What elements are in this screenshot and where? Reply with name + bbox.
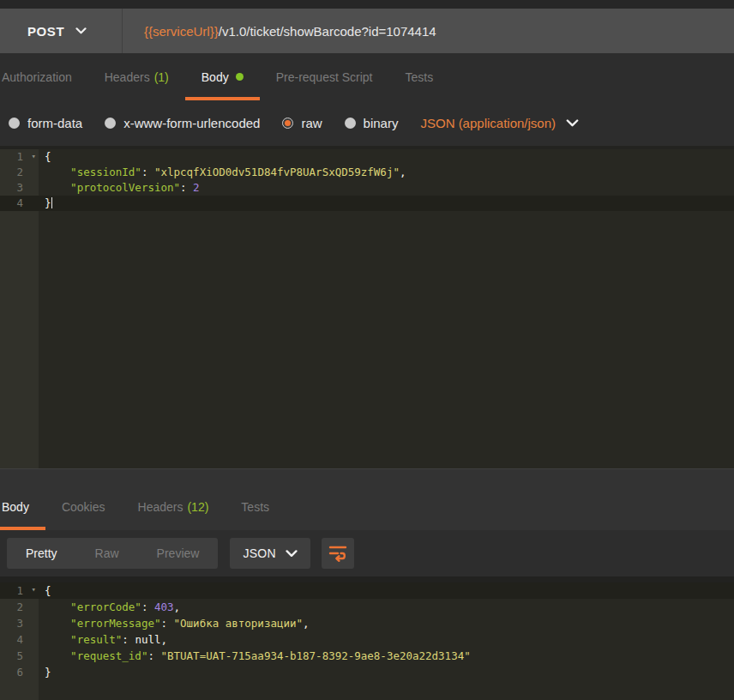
code-text: "errorCode": 403, — [39, 599, 734, 615]
tab-label: Body — [2, 500, 29, 514]
line-gutter: 2 — [0, 599, 39, 615]
body-mode-x-www-form-urlencoded[interactable]: x-www-form-urlencoded — [105, 116, 260, 130]
code-line[interactable]: 4} — [0, 196, 734, 211]
line-number: 2 — [0, 599, 23, 615]
code-line[interactable]: 4 "result": null, — [0, 631, 734, 648]
chevron-down-icon — [566, 119, 579, 127]
body-mode-form-data[interactable]: form-data — [9, 116, 82, 130]
line-gutter: 3 — [0, 615, 39, 631]
request-tabs: AuthorizationHeaders(1)BodyPre-request S… — [0, 53, 734, 100]
tab-headers[interactable]: Headers(1) — [88, 53, 185, 100]
radio-unselected-icon — [345, 118, 356, 129]
line-number: 3 — [0, 615, 23, 631]
code-line[interactable]: 2 "sessionId": "xlpcqfXiOD0dv51D84fvP8UA… — [0, 165, 734, 180]
editor-empty-area — [0, 211, 734, 468]
format-label: JSON — [243, 546, 276, 560]
request-body-editor[interactable]: 1▾{2 "sessionId": "xlpcqfXiOD0dv51D84fvP… — [0, 146, 734, 468]
line-number: 6 — [0, 664, 23, 680]
line-number: 4 — [0, 631, 23, 648]
radio-unselected-icon — [105, 118, 116, 129]
tab-label: Authorization — [2, 70, 72, 84]
code-line[interactable]: 1▾{ — [0, 582, 734, 599]
line-number: 1 — [0, 582, 23, 599]
tab-tests[interactable]: Tests — [389, 53, 450, 100]
line-number: 5 — [0, 648, 23, 664]
code-text: "errorMessage": "Ошибка авторизации", — [39, 615, 734, 631]
window-top-strip — [0, 0, 734, 9]
code-text: } — [39, 664, 734, 680]
view-mode-toggle: PrettyRawPreview — [7, 538, 218, 569]
tab-label: Body — [202, 70, 229, 84]
code-text: "request_id": "BTUAT=UAT-715aa934-b187-8… — [39, 648, 734, 664]
code-text: "sessionId": "xlpcqfXiOD0dv51D84fvP8UArS… — [39, 165, 734, 180]
tab-label: Headers — [138, 500, 184, 514]
line-gutter: 1▾ — [0, 582, 39, 599]
radio-selected-icon — [282, 118, 293, 129]
tab-body[interactable]: Body — [185, 53, 260, 100]
body-mode-radios: form-datax-www-form-urlencodedrawbinary — [9, 116, 420, 130]
code-line[interactable]: 6} — [0, 664, 734, 680]
line-gutter: 6 — [0, 664, 39, 680]
response-tabs: BodyCookiesHeaders(12)Tests — [0, 484, 734, 530]
tab-cookies[interactable]: Cookies — [45, 484, 122, 530]
line-number: 3 — [0, 180, 23, 196]
fold-arrow-icon[interactable]: ▾ — [32, 148, 36, 164]
tab-body[interactable]: Body — [0, 484, 45, 530]
view-mode-pretty[interactable]: Pretty — [7, 538, 76, 569]
fold-arrow-icon[interactable]: ▾ — [32, 582, 36, 598]
line-gutter: 5 — [0, 648, 39, 664]
active-tab-underline — [185, 97, 260, 100]
code-text: { — [39, 149, 734, 165]
unsaved-dot-icon — [236, 73, 244, 81]
line-number: 1 — [0, 149, 23, 165]
view-mode-raw[interactable]: Raw — [76, 538, 138, 569]
url-environment-variable: {{serviceUrl}} — [144, 24, 219, 39]
code-line[interactable]: 5 "request_id": "BTUAT=UAT-715aa934-b187… — [0, 648, 734, 664]
view-mode-preview[interactable]: Preview — [138, 538, 219, 569]
radio-label: form-data — [27, 116, 82, 130]
line-gutter: 4 — [0, 631, 39, 648]
body-mode-binary[interactable]: binary — [345, 116, 399, 130]
editor-empty-area — [0, 680, 734, 700]
code-line[interactable]: 1▾{ — [0, 149, 734, 165]
active-tab-underline — [0, 527, 45, 530]
code-text: } — [39, 196, 734, 211]
code-line[interactable]: 3 "protocolVersion": 2 — [0, 180, 734, 196]
response-body-viewer[interactable]: 1▾{2 "errorCode": 403,3 "errorMessage": … — [0, 576, 734, 700]
tab-label: Tests — [406, 70, 434, 84]
code-text: "protocolVersion": 2 — [39, 180, 734, 196]
line-gutter: 2 — [0, 165, 39, 180]
request-url-bar: POST {{serviceUrl}}/v1.0/ticket/showBarc… — [0, 9, 734, 53]
code-text: { — [39, 582, 734, 599]
response-toolbar: PrettyRawPreview JSON — [0, 530, 734, 576]
content-type-label: JSON (application/json) — [420, 116, 556, 130]
url-input[interactable]: {{serviceUrl}}/v1.0/ticket/showBarcode?i… — [123, 9, 734, 53]
body-type-row: form-datax-www-form-urlencodedrawbinary … — [0, 100, 734, 146]
chevron-down-icon — [286, 550, 298, 558]
code-line[interactable]: 3 "errorMessage": "Ошибка авторизации", — [0, 615, 734, 631]
radio-unselected-icon — [9, 118, 20, 129]
radio-label: x-www-form-urlencoded — [123, 116, 260, 130]
tab-label: Cookies — [62, 500, 105, 514]
line-number: 4 — [0, 196, 23, 211]
tab-headers[interactable]: Headers(12) — [122, 484, 226, 530]
url-path: /v1.0/ticket/showBarcode?id=1074414 — [219, 24, 436, 39]
tab-tests[interactable]: Tests — [225, 484, 286, 530]
text-cursor — [51, 197, 53, 208]
code-line[interactable]: 2 "errorCode": 403, — [0, 599, 734, 615]
tab-label: Headers — [105, 70, 150, 84]
tab-count-badge: (12) — [187, 500, 208, 514]
content-type-select[interactable]: JSON (application/json) — [420, 116, 579, 130]
method-select[interactable]: POST — [0, 9, 123, 53]
wrap-lines-button[interactable] — [322, 538, 354, 569]
line-number: 2 — [0, 165, 23, 180]
postman-window: POST {{serviceUrl}}/v1.0/ticket/showBarc… — [0, 0, 734, 700]
tab-count-badge: (1) — [154, 70, 169, 84]
tab-pre-request-script[interactable]: Pre-request Script — [260, 53, 389, 100]
tab-authorization[interactable]: Authorization — [0, 53, 88, 100]
tab-label: Tests — [241, 500, 269, 514]
response-format-select[interactable]: JSON — [230, 538, 310, 569]
line-gutter: 3 — [0, 180, 39, 196]
body-mode-raw[interactable]: raw — [282, 116, 322, 130]
response-section-header: BodyCookiesHeaders(12)Tests — [0, 468, 734, 530]
